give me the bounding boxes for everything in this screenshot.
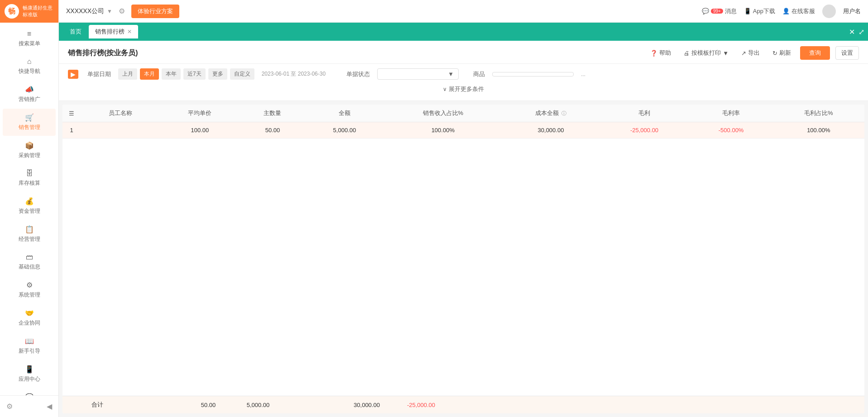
sidebar-item-enterprise[interactable]: 🤝 企业协同 — [3, 304, 56, 331]
footer-cost-amount-value: 30,000.00 — [354, 402, 380, 408]
app-download-button[interactable]: 📱 App下载 — [744, 7, 775, 15]
help-button[interactable]: ❓ 帮助 — [647, 47, 675, 59]
status-label: 单据状态 — [346, 70, 370, 78]
sidebar-item-search-order[interactable]: ≡ 搜索菜单 — [3, 25, 56, 52]
col-gross-pct: 毛利占比% — [773, 105, 864, 122]
custom-date-btn[interactable]: 自定义 — [230, 68, 254, 80]
col-cost-amount-label: 成本全额 — [535, 110, 559, 116]
export-button[interactable]: ↗ 导出 — [738, 47, 763, 59]
sidebar-item-sales[interactable]: 🛒 销售管理 — [3, 109, 56, 136]
message-icon: 💬 — [702, 8, 709, 14]
company-selector[interactable]: XXXXXX公司 ▼ — [66, 7, 112, 15]
message-label: 消息 — [725, 7, 737, 15]
sidebar-item-wechat[interactable]: 💬 企业微信 — [3, 388, 56, 395]
query-button[interactable]: 查询 — [800, 46, 830, 60]
cell-sales-pct: 100.00% — [384, 122, 502, 139]
sidebar-settings-button[interactable]: ⚙ — [5, 400, 14, 412]
app-center-icon: 📱 — [25, 365, 34, 374]
expand-chevron-icon: ∨ — [443, 86, 447, 92]
sidebar-item-label: 销售管理 — [19, 124, 40, 131]
sidebar-item-label: 系统管理 — [19, 291, 40, 299]
logo-text: 畅康通好生意 标准版 — [23, 5, 53, 19]
footer-gross-profit-value: -25,000.00 — [407, 402, 435, 408]
purchase-icon: 📦 — [25, 141, 34, 150]
gross-pct-value: 100.00% — [807, 127, 830, 134]
col-settings[interactable]: ☰ — [62, 105, 81, 122]
expand-toggle[interactable]: ▶ — [68, 70, 78, 79]
online-service-button[interactable]: 👤 在线客服 — [782, 7, 815, 15]
col-amount: 全额 — [306, 105, 384, 122]
page-header: 销售排行榜(按业务员) ❓ 帮助 🖨 按模板打印 ▼ ↗ 导出 ↻ 刷新 — [59, 41, 868, 64]
current-year-btn[interactable]: 本年 — [162, 68, 181, 80]
col-sales-pct-label: 销售收入占比% — [423, 110, 464, 116]
finance-icon: 💰 — [25, 197, 34, 206]
footer-main-qty-value: 50.00 — [201, 402, 216, 408]
col-settings-label: ☰ — [69, 110, 74, 117]
col-sales-pct: 销售收入占比% — [384, 105, 502, 122]
expand-btn-label: 展开更多条件 — [449, 85, 484, 93]
operations-icon: 📋 — [25, 225, 34, 234]
refresh-button[interactable]: ↻ 刷新 — [769, 47, 795, 59]
date-filters: 上月 本月 本年 近7天 更多 自定义 — [118, 68, 254, 80]
cell-employee-name — [81, 122, 160, 139]
sidebar-item-purchase[interactable]: 📦 采购管理 — [3, 137, 56, 164]
footer-amount-value: 5,000.00 — [247, 402, 270, 408]
tab-close-icon[interactable]: ✕ — [127, 29, 132, 35]
more-filter-btn[interactable]: ... — [581, 71, 585, 77]
sidebar-item-guide[interactable]: 📖 新手引导 — [3, 332, 56, 359]
gross-profit-value: -25,000.00 — [630, 127, 658, 134]
tab-maximize-button[interactable]: ⤢ — [858, 28, 864, 36]
status-select[interactable]: ▼ — [377, 68, 459, 80]
print-chevron-icon: ▼ — [723, 50, 729, 57]
filter-area: ▶ 单据日期 上月 本月 本年 近7天 更多 自定义 2023-06-01 至 … — [59, 64, 868, 101]
sidebar-collapse-button[interactable]: ◀ — [45, 400, 54, 412]
sidebar-item-label: 新手引导 — [19, 347, 40, 355]
current-month-btn[interactable]: 本月 — [140, 68, 159, 80]
last7days-btn[interactable]: 近7天 — [183, 68, 206, 80]
company-chevron-icon: ▼ — [107, 8, 112, 14]
expand-icon[interactable]: ▶ — [68, 70, 78, 79]
col-gross-profit-label: 毛利 — [638, 110, 650, 116]
trial-button[interactable]: 体验行业方案 — [131, 5, 179, 18]
tab-close-button[interactable]: ✕ — [849, 28, 855, 36]
sidebar-item-marketing[interactable]: 📣 营销推广 — [3, 81, 56, 108]
col-cost-amount: 成本全额 ⓘ — [502, 105, 599, 122]
sidebar-item-system[interactable]: ⚙ 系统管理 — [3, 276, 56, 303]
avatar[interactable] — [822, 5, 836, 18]
goods-input[interactable] — [492, 72, 574, 77]
expand-more-btn[interactable]: ∨ 展开更多条件 — [443, 82, 484, 96]
col-avg-price-label: 平均单价 — [188, 110, 211, 116]
sidebar-item-finance[interactable]: 💰 资金管理 — [3, 192, 56, 220]
sidebar-item-app-center[interactable]: 📱 应用中心 — [3, 360, 56, 388]
tab-home[interactable]: 首页 — [62, 24, 89, 39]
amount-value: 5,000.00 — [333, 127, 356, 134]
template-print-button[interactable]: 🖨 按模板打印 ▼ — [680, 47, 732, 59]
sidebar-item-label: 企业协同 — [19, 319, 40, 327]
topbar-settings-icon[interactable]: ⚙ — [117, 5, 127, 17]
footer-amount: 5,000.00 — [231, 402, 285, 408]
help-label: 帮助 — [659, 49, 671, 57]
sidebar-item-inventory[interactable]: 🗄 库存核算 — [3, 165, 56, 192]
col-employee-name: 员工名称 — [81, 105, 160, 122]
sidebar-item-basic-info[interactable]: 🗃 基础信息 — [3, 249, 56, 275]
more-date-btn[interactable]: 更多 — [208, 68, 227, 80]
tab-sales-ranking[interactable]: 销售排行榜 ✕ — [89, 25, 138, 38]
gross-rate-value: -500.00% — [719, 127, 744, 134]
phone-icon: 📱 — [744, 8, 751, 14]
goods-label: 商品 — [473, 70, 485, 78]
sidebar-item-label: 基础信息 — [19, 263, 40, 271]
settings-button[interactable]: 设置 — [835, 46, 859, 60]
prev-month-btn[interactable]: 上月 — [118, 68, 137, 80]
print-icon: 🖨 — [684, 50, 690, 57]
total-label: 合计 — [91, 401, 103, 408]
sidebar-item-quick-nav[interactable]: ⌂ 快捷导航 — [3, 53, 56, 80]
system-icon: ⚙ — [26, 281, 33, 289]
cost-amount-value: 30,000.00 — [538, 127, 564, 134]
sidebar-item-operations[interactable]: 📋 经营管理 — [3, 220, 56, 248]
sales-pct-value: 100.00% — [432, 127, 455, 134]
date-label: 单据日期 — [87, 70, 111, 78]
col-gross-rate-label: 毛利率 — [722, 110, 740, 116]
message-button[interactable]: 💬 99+ 消息 — [702, 7, 737, 15]
sidebar-item-label: 库存核算 — [19, 179, 40, 187]
sales-icon: 🛒 — [25, 113, 34, 122]
